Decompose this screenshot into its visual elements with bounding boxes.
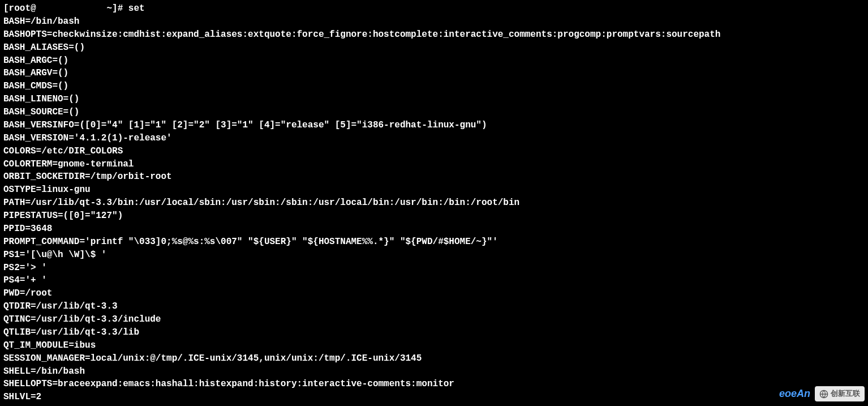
terminal-prompt-line: [root@ ~]# set [3, 2, 865, 15]
watermark-container: eoeAn 创新互联 [779, 386, 865, 401]
terminal-output[interactable]: [root@ ~]# set BASH=/bin/bash BASHOPTS=c… [3, 2, 865, 404]
env-line: BASHOPTS=checkwinsize:cmdhist:expand_ali… [3, 28, 865, 41]
env-line: SHELL=/bin/bash [3, 365, 865, 378]
env-line: PWD=/root [3, 287, 865, 300]
env-line: BASH_LINENO=() [3, 93, 865, 106]
env-line: COLORS=/etc/DIR_COLORS [3, 145, 865, 158]
env-line: PS4='+ ' [3, 274, 865, 287]
env-line: QTLIB=/usr/lib/qt-3.3/lib [3, 326, 865, 339]
watermark-badge-text: 创新互联 [831, 388, 860, 399]
env-line: SESSION_MANAGER=local/unix:@/tmp/.ICE-un… [3, 352, 865, 365]
env-line: COLORTERM=gnome-terminal [3, 158, 865, 171]
env-line: BASH=/bin/bash [3, 15, 865, 28]
env-line: QTINC=/usr/lib/qt-3.3/include [3, 313, 865, 326]
env-line: PATH=/usr/lib/qt-3.3/bin:/usr/local/sbin… [3, 196, 865, 210]
env-line: ORBIT_SOCKETDIR=/tmp/orbit-root [3, 170, 865, 183]
env-line: OSTYPE=linux-gnu [3, 183, 865, 196]
env-line: BASH_CMDS=() [3, 80, 865, 93]
env-line: BASH_ARGV=() [3, 67, 865, 80]
env-line: QTDIR=/usr/lib/qt-3.3 [3, 300, 865, 313]
watermark-badge: 创新互联 [815, 386, 865, 401]
env-line: SHELLOPTS=braceexpand:emacs:hashall:hist… [3, 378, 865, 391]
env-line: SHLVL=2 [3, 391, 865, 404]
env-line: BASH_VERSION='4.1.2(1)-release' [3, 132, 865, 145]
globe-icon [819, 390, 828, 399]
env-line: PIPESTATUS=([0]="127") [3, 210, 865, 223]
env-line: BASH_ARGC=() [3, 54, 865, 67]
env-line: PROMPT_COMMAND='printf "\033]0;%s@%s:%s\… [3, 236, 865, 249]
env-line: PPID=3648 [3, 223, 865, 236]
env-line: PS2='> ' [3, 262, 865, 275]
watermark-eoe-text: eoeAn [779, 387, 810, 401]
env-line: BASH_ALIASES=() [3, 41, 865, 54]
env-line: BASH_SOURCE=() [3, 106, 865, 119]
env-line: QT_IM_MODULE=ibus [3, 339, 865, 352]
env-line: PS1='[\u@\h \W]\$ ' [3, 249, 865, 262]
env-line: BASH_VERSINFO=([0]="4" [1]="1" [2]="2" [… [3, 119, 865, 132]
